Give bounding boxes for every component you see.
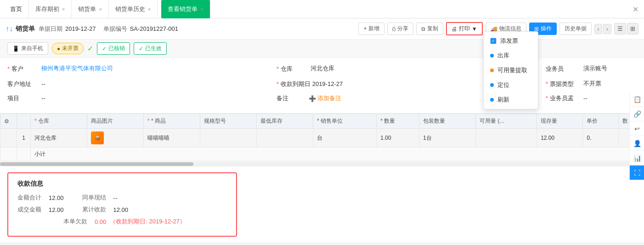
th-available: 可用量 (...: [476, 114, 537, 129]
overdue-item: 本单欠款 0.00 （收款到期日: 2019-12-27）: [63, 217, 186, 226]
share-button[interactable]: ⎙ 分享: [387, 23, 413, 35]
grid-view-icon[interactable]: ⊞: [627, 23, 638, 34]
doc-date-item: 单据日期 2019-12-27: [39, 25, 96, 33]
th-min-stock: 最低库存: [257, 114, 313, 129]
th-image: 商品图片: [87, 114, 144, 129]
right-sidebar: 📋 🔗 ↩ 👤 📊 ⛶: [629, 92, 644, 180]
customer-field: 客户 柳州粤港平安气体有限公司: [7, 63, 277, 74]
tab-view-sales[interactable]: 查看销货单 ×: [161, 0, 210, 18]
sidebar-icon-5[interactable]: 📊: [630, 151, 644, 165]
table-container: ⚙ 仓库 商品图片 * 商品 规格型号 最低库存 * 销售单位 * 数量 包装数…: [0, 114, 644, 167]
share-icon: ⎙: [392, 26, 395, 32]
from-phone-label: 来自手机: [21, 45, 43, 52]
th-quantity: * 数量: [377, 114, 419, 129]
sidebar-icon-4[interactable]: 👤: [630, 136, 644, 151]
tab-sales-history-close[interactable]: ×: [148, 6, 151, 12]
tab-home[interactable]: 首页: [4, 0, 29, 18]
row-warehouse: 河北仓库: [31, 129, 87, 148]
sidebar-icon-3[interactable]: ↩: [630, 121, 644, 136]
sidebar-icon-2[interactable]: 🔗: [630, 107, 644, 121]
add-invoice-label: 添发票: [500, 37, 518, 45]
tab-inventory-close[interactable]: ×: [62, 6, 65, 12]
bottom-panel: 收款信息 金额合计 12.00 同单现结 -- 成交金额 12.00 累计收款 …: [0, 167, 644, 242]
next-button[interactable]: ›: [603, 24, 611, 34]
subtotal-seq: [17, 148, 31, 161]
list-view-icon[interactable]: ☰: [614, 23, 626, 34]
history-button[interactable]: 历史单据: [559, 23, 592, 35]
payment-row-3: 本单欠款 0.00 （收款到期日: 2019-12-27）: [17, 217, 227, 226]
th-unit: * 销售单位: [313, 114, 377, 129]
staff2-value: --: [582, 94, 637, 103]
row-unit: 台: [313, 129, 377, 148]
sold-out-button[interactable]: ✓ 已核销: [97, 42, 130, 55]
prev-button[interactable]: ‹: [594, 24, 603, 34]
tab-sales-history-label: 销货单历史: [115, 5, 145, 13]
sidebar-icon-1[interactable]: 📋: [630, 92, 644, 107]
print-button-label: 打印: [459, 25, 470, 33]
menu-refresh[interactable]: 刷新: [484, 92, 538, 107]
new-button[interactable]: + 新增: [358, 23, 384, 35]
add-note-button[interactable]: ➕ 添加备注: [309, 94, 341, 103]
not-open-label: 未开票: [62, 45, 79, 52]
menu-available-qty[interactable]: 可用量提取: [484, 63, 538, 78]
subtotal-row: 小计: [0, 148, 644, 161]
th-product: * 商品: [144, 114, 200, 129]
tab-inventory[interactable]: 库存期初 ×: [29, 0, 72, 18]
accumulated-label: 累计收款: [82, 205, 110, 214]
doc-type-icon: ↑↓: [6, 25, 13, 33]
subtotal-label: 小计: [31, 148, 644, 161]
th-stock: 现存量: [537, 114, 583, 129]
sidebar-icon-6[interactable]: ⛶: [630, 165, 644, 180]
not-open-badge: ● 未开票: [52, 43, 84, 54]
ticket-section: 票据类型 不开票: [546, 79, 637, 89]
address-field: 客户地址 --: [7, 80, 277, 89]
effective-button[interactable]: ✓ 已生效: [134, 42, 167, 55]
print-button[interactable]: 🖨 打印 ▼: [446, 22, 483, 35]
staff-section: 业务员 演示账号: [546, 63, 637, 74]
project-label: 项目: [7, 94, 40, 103]
table-scrollbar[interactable]: [0, 162, 644, 166]
table-header: ⚙ 仓库 商品图片 * 商品 规格型号 最低库存 * 销售单位 * 数量 包装数…: [0, 114, 644, 129]
form-row-3: 项目 -- 备注 ➕ 添加备注 业务员孟 --: [7, 94, 637, 103]
scroll-thumb: [0, 162, 193, 166]
share-button-label: 分享: [397, 25, 408, 33]
action-bar: 📱 来自手机 ● 未开票 ✓ ✓ 已核销 ✓ 已生效: [0, 40, 644, 58]
doc-number-label: 单据编号: [103, 25, 127, 33]
row-product: 嘻嘻嘻嘻: [144, 129, 200, 148]
accumulated-value: 12.00: [113, 206, 129, 213]
sold-out-label: 已核销: [108, 45, 125, 52]
window-close-icon[interactable]: ✕: [633, 5, 638, 13]
tab-view-sales-close[interactable]: ×: [200, 6, 203, 12]
history-button-label: 历史单据: [565, 25, 587, 33]
menu-outbound[interactable]: 出库: [484, 48, 538, 63]
check-sold-icon: ✓: [102, 46, 107, 52]
tab-sales[interactable]: 销货单 ×: [72, 0, 108, 18]
form-area: 客户 柳州粤港平安气体有限公司 仓库 河北仓库 业务员 演示账号 客户地址 --…: [0, 58, 644, 114]
tab-sales-close[interactable]: ×: [99, 6, 102, 12]
overdue-value: 0.00: [95, 218, 106, 225]
row-spec: [200, 129, 257, 148]
operations-button-label: 操作: [541, 25, 552, 33]
menu-locate[interactable]: 定位: [484, 78, 538, 92]
tab-sales-history[interactable]: 销货单历史 ×: [109, 0, 158, 18]
th-seq: [17, 114, 31, 129]
transaction-label: 成交金额: [17, 205, 45, 214]
from-phone-button[interactable]: 📱 来自手机: [7, 42, 48, 55]
address-label: 客户地址: [7, 80, 40, 88]
note-label: 备注: [277, 94, 309, 103]
total-label: 金额合计: [17, 194, 45, 202]
form-row-2: 客户地址 -- 收款到期日 2019-12-27 票据类型 不开票: [7, 79, 637, 89]
outbound-dot-icon: [490, 54, 494, 57]
same-order-label: 同单现结: [82, 194, 110, 202]
warehouse-value: 河北仓库: [309, 63, 364, 74]
payment-date-label: 收款到期日: [277, 80, 311, 88]
accumulated-item: 累计收款 12.00: [82, 205, 129, 214]
menu-add-invoice[interactable]: 添发票: [484, 34, 538, 48]
customer-value[interactable]: 柳州粤港平安气体有限公司: [40, 63, 115, 74]
payment-date-value: 2019-12-27: [311, 80, 366, 89]
copy-button[interactable]: ⧉ 复制: [416, 23, 443, 35]
tab-home-label: 首页: [10, 5, 22, 13]
payment-row-1: 金额合计 12.00 同单现结 --: [17, 194, 227, 202]
transaction-value: 12.00: [49, 206, 64, 213]
outbound-label: 出库: [497, 51, 509, 60]
